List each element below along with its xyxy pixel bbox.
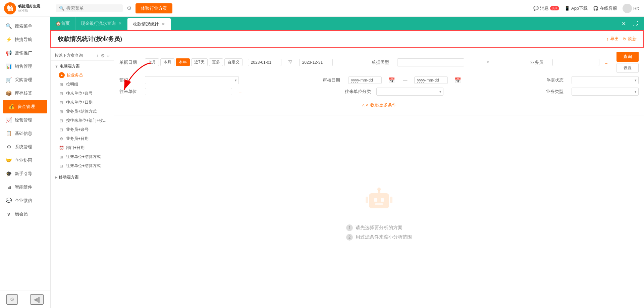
topbar-gear-icon[interactable]: ⚙ [127,5,131,11]
partner-more[interactable]: ... [239,89,243,94]
date-tab-last-month[interactable]: 上月 [145,58,159,66]
date-to-input[interactable] [299,59,333,66]
partner-input[interactable] [145,88,232,95]
sidebar-item-weixin[interactable]: 💬 企业微信 [0,194,50,207]
salesperson-label: 业务员 [530,59,547,65]
sidebar-item-system[interactable]: ⚙ 系统管理 [0,140,50,154]
collapse-bar[interactable]: ∧∧ 收起更多条件 [119,99,639,111]
biz-type-select[interactable] [572,88,639,96]
panel-item-label: 往来单位+账号 [66,91,93,96]
panel-item-salesperson-account[interactable]: ⊟ 业务员+账号 [51,125,114,134]
logo-badge: 标准版 [18,8,40,13]
panel-group-header-mobile[interactable]: ▶ 移动端方案 [51,173,114,182]
date-tab-custom[interactable]: 自定义 [224,58,243,66]
review-date-from-input[interactable] [348,76,382,84]
panel-item-label: 往来单位+日期 [66,100,93,105]
panel-item-salesperson-date[interactable]: ⚙ 业务员+日期 [51,134,114,143]
sidebar-item-label: 搜索菜单 [15,23,32,29]
table-icon: ⊟ [59,100,64,105]
settings-button[interactable]: 设置 [616,63,639,73]
notification-button[interactable]: 💬 消息 99+ [533,5,559,11]
tab-close-icon[interactable]: ✕ [162,22,165,27]
maximize-button[interactable]: ⛶ [631,20,640,27]
close-all-button[interactable]: ✕ [620,20,628,28]
sidebar-item-quicknav[interactable]: ⚡ 快捷导航 [0,33,50,46]
panel-settings-button[interactable]: ⚙ [101,53,105,58]
sidebar-settings-button[interactable]: ⚙ [6,294,18,305]
export-button[interactable]: ↑ 导出 [607,36,619,42]
sidebar-item-label: 新手引导 [15,171,32,177]
date-tab-7days[interactable]: 近7天 [191,58,208,66]
sidebar-item-guide[interactable]: 🎓 新手引导 [0,167,50,181]
panel-item-partner-settlement2[interactable]: ⊟ 往来单位+结算方式 [51,161,114,170]
online-service-button[interactable]: 🎧 在线客服 [593,5,617,11]
sidebar-item-inventory[interactable]: 📦 库存核算 [0,87,50,100]
tab-bank[interactable]: 现金银行流水查询 ✕ [75,17,127,30]
enterprise-icon: 🤝 [5,157,12,164]
panel-collapse-button[interactable]: « [107,53,110,58]
tab-label: 现金银行流水查询 [81,20,116,27]
online-service-label: 在线客服 [600,5,617,11]
avatar [623,4,632,13]
tab-collection[interactable]: 收款情况统计 ✕ [127,18,171,30]
biz-type-select-wrapper [572,88,639,96]
clock-icon: ⏰ [59,145,64,151]
dept-select[interactable] [145,76,239,84]
app-download-button[interactable]: 📱 App下载 [565,5,588,11]
refresh-button[interactable]: ↻ 刷新 [623,36,637,42]
panel-item-dept-date[interactable]: ⏰ 部门+日期 [51,143,114,152]
date-tab-more[interactable]: 更多 [209,58,223,66]
search-input[interactable] [66,6,113,11]
calendar-icon: 📅 [388,77,395,84]
vip-icon: V [5,211,12,217]
sidebar-item-operations[interactable]: 📈 经营管理 [0,113,50,127]
logo-icon: 畅 [4,2,16,14]
biz-type-label: 业务类型 [546,89,566,95]
sidebar-item-finance[interactable]: 💰 资金管理 [3,100,47,113]
doc-type-select[interactable] [397,58,464,66]
sidebar-item-enterprise[interactable]: 🤝 企业协同 [0,154,50,167]
sidebar-item-purchase[interactable]: 🛒 采购管理 [0,73,50,87]
user-avatar[interactable]: Rit [623,4,639,13]
sidebar-item-vip[interactable]: V 畅会员 [0,207,50,221]
panel-item-label: 按明细 [66,82,78,87]
left-panel: 按以下方案查询 + ⚙ « ▼ 电脑端方案 [50,48,114,308]
date-tab-this-month[interactable]: 本月 [160,58,174,66]
panel-item-label: 部门+日期 [66,145,85,151]
partner-category-select[interactable] [376,88,443,96]
sidebar-item-label: 企业微信 [15,198,32,204]
panel-item-partner-account[interactable]: ⊟ 往来单位+账号 [51,89,114,98]
sidebar-item-marketing[interactable]: 📢 营销推广 [0,46,50,60]
sidebar-collapse-button[interactable]: ◀‖ [30,294,44,305]
review-date-to-input[interactable] [414,76,448,84]
sidebar-item-search[interactable]: 🔍 搜索菜单 [0,19,50,33]
empty-robot-icon [362,183,396,218]
page-title: 收款情况统计(按业务员) [58,35,122,43]
panel-item-salesperson-settlement[interactable]: ⊞ 业务员+结算方式 [51,107,114,116]
tab-close-icon[interactable]: ✕ [118,21,122,26]
panel-item-partner-settlement1[interactable]: ⊞ 往来单位+结算方式 [51,152,114,161]
panel-add-button[interactable]: + [96,53,99,58]
date-from-input[interactable] [248,59,281,66]
main-area: 🔍 ⚙ 体验行业方案 💬 消息 99+ 📱 App下载 🎧 在 [50,0,644,308]
panel-item-by-detail[interactable]: ⊞ 按明细 [51,80,114,89]
trial-button[interactable]: 体验行业方案 [136,3,172,13]
panel-item-label: 业务员+账号 [66,127,89,133]
panel-item-partner-date[interactable]: ⊟ 往来单位+日期 [51,98,114,107]
query-button[interactable]: 查询 [616,52,639,62]
refresh-icon: ↻ [623,37,627,42]
panel-item-partner-dept-collection[interactable]: ⊟ 按往来单位+部门+收... [51,116,114,125]
sidebar-item-basicinfo[interactable]: 📋 基础信息 [0,127,50,140]
tab-home[interactable]: 🏠 首页 [50,17,75,30]
salesperson-input[interactable] [552,59,599,66]
panel-group-header-desktop[interactable]: ▼ 电脑端方案 [51,62,114,70]
doc-status-select[interactable] [572,76,639,84]
date-tab-this-year[interactable]: 本年 [176,58,190,66]
panel-item-by-salesperson[interactable]: ● 按业务员 [51,70,114,80]
guide-icon: 🎓 [5,170,12,177]
refresh-label: 刷新 [628,36,637,42]
sidebar-item-label: 经营管理 [15,117,32,123]
salesperson-more[interactable]: ... [605,60,608,65]
sidebar-item-hardware[interactable]: 🖥 智能硬件 [0,181,50,194]
sidebar-item-sales[interactable]: 📊 销售管理 [0,60,50,73]
